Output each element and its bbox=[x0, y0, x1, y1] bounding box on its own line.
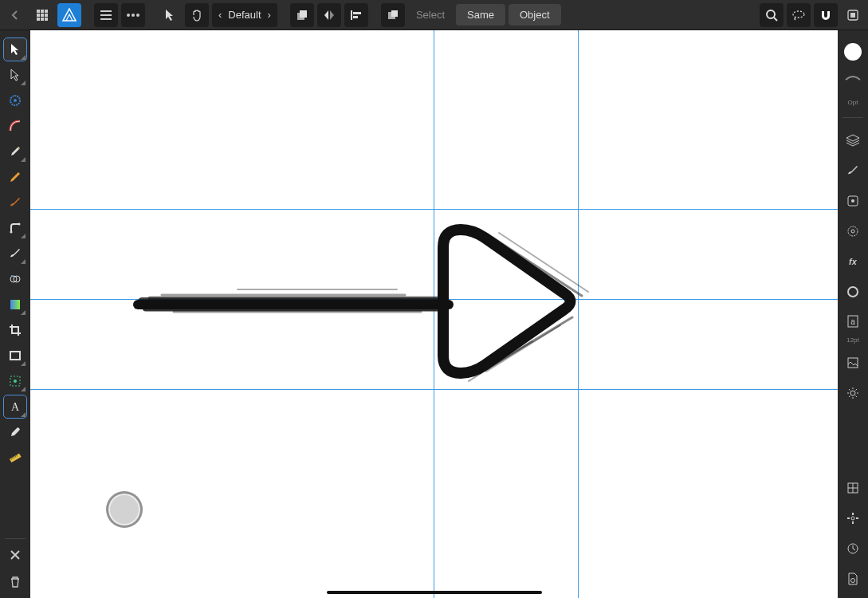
svg-rect-8 bbox=[45, 18, 48, 21]
guide-horizontal[interactable] bbox=[30, 299, 838, 300]
object-button[interactable]: Object bbox=[509, 4, 561, 26]
touch-modifier-control[interactable] bbox=[106, 491, 143, 528]
pencil-tool[interactable] bbox=[4, 166, 26, 188]
flip-icon bbox=[323, 9, 336, 22]
rectangle-tool[interactable] bbox=[4, 344, 26, 367]
guide-vertical[interactable] bbox=[434, 30, 434, 598]
smart-select-icon bbox=[9, 375, 22, 388]
svg-point-9 bbox=[127, 14, 130, 17]
paint-brush-tool[interactable] bbox=[4, 242, 26, 265]
trash-icon bbox=[10, 576, 21, 588]
arrow-cursor-icon bbox=[164, 9, 175, 22]
home-indicator[interactable] bbox=[327, 591, 542, 594]
shape-builder-icon bbox=[9, 273, 22, 285]
snapping-button[interactable] bbox=[814, 3, 838, 27]
assets-panel[interactable] bbox=[842, 352, 864, 374]
zoom-search-icon bbox=[765, 9, 778, 22]
node-cursor-icon bbox=[10, 69, 21, 81]
same-button[interactable]: Same bbox=[456, 4, 505, 26]
persona-next[interactable]: › bbox=[268, 9, 271, 21]
delete-button[interactable] bbox=[4, 571, 26, 593]
more-icon bbox=[127, 14, 139, 17]
affinity-icon bbox=[62, 8, 77, 22]
history-panel[interactable] bbox=[842, 537, 864, 560]
character-panel[interactable]: a bbox=[842, 311, 864, 333]
insert-target-button[interactable] bbox=[381, 3, 405, 27]
measure-tool[interactable] bbox=[4, 447, 26, 469]
font-size-label: 12pt bbox=[846, 336, 859, 344]
gallery-button[interactable] bbox=[30, 3, 54, 27]
color-well[interactable] bbox=[844, 43, 862, 61]
move-tool[interactable] bbox=[4, 38, 26, 61]
quickmenu-button[interactable] bbox=[841, 3, 865, 27]
svg-point-37 bbox=[848, 226, 858, 236]
app-persona-button[interactable] bbox=[57, 3, 81, 27]
persona-label: Default bbox=[228, 9, 261, 21]
paint-brush-icon bbox=[9, 247, 22, 260]
vector-brush-tool[interactable] bbox=[4, 191, 26, 214]
fx-icon: fx bbox=[849, 257, 857, 266]
node-tool[interactable] bbox=[4, 64, 26, 86]
shape-builder-tool[interactable] bbox=[4, 268, 26, 290]
crop-tool[interactable] bbox=[4, 319, 26, 341]
document-panel[interactable] bbox=[842, 568, 864, 590]
contour-tool[interactable] bbox=[4, 115, 26, 137]
persona-dropdown[interactable]: ‹ Default › bbox=[212, 3, 277, 27]
guide-horizontal[interactable] bbox=[30, 389, 838, 390]
stock-panel[interactable] bbox=[842, 220, 864, 242]
canvas[interactable] bbox=[30, 30, 838, 598]
gear-target-icon bbox=[9, 94, 22, 107]
svg-rect-7 bbox=[41, 18, 44, 21]
corner-tool[interactable] bbox=[4, 217, 26, 239]
smart-selection-tool[interactable] bbox=[4, 370, 26, 392]
contour-icon bbox=[9, 120, 22, 132]
transform-panel[interactable] bbox=[842, 477, 864, 499]
svg-point-11 bbox=[136, 14, 139, 17]
point-transform-tool[interactable] bbox=[4, 89, 26, 112]
text-tool[interactable]: A bbox=[4, 395, 26, 418]
navigator-icon bbox=[846, 512, 859, 525]
zoom-search-button[interactable] bbox=[760, 3, 784, 27]
document-menu-button[interactable] bbox=[94, 3, 118, 27]
deselect-button[interactable] bbox=[4, 544, 26, 566]
navigator-panel[interactable] bbox=[842, 507, 864, 529]
flip-button[interactable] bbox=[317, 3, 341, 27]
preview-mode-button[interactable] bbox=[787, 3, 811, 27]
crop-icon bbox=[9, 324, 22, 336]
svg-rect-30 bbox=[10, 352, 20, 360]
back-arrow-icon bbox=[10, 10, 21, 21]
pen-icon bbox=[9, 145, 22, 158]
svg-point-39 bbox=[848, 287, 858, 297]
left-tool-strip: A bbox=[0, 30, 30, 598]
brushes-panel[interactable] bbox=[842, 159, 864, 182]
pencil-icon bbox=[9, 171, 22, 183]
gradient-tool[interactable] bbox=[4, 293, 26, 316]
close-icon bbox=[10, 549, 21, 561]
align-button[interactable] bbox=[344, 3, 368, 27]
artwork-arrow-brush bbox=[118, 214, 612, 421]
color-picker-tool[interactable] bbox=[4, 421, 26, 443]
move-mode-button[interactable] bbox=[158, 3, 182, 27]
persona-prev[interactable]: ‹ bbox=[218, 9, 222, 21]
svg-point-23 bbox=[14, 99, 17, 102]
vector-brush-icon bbox=[9, 196, 22, 209]
guide-vertical[interactable] bbox=[578, 30, 579, 598]
pen-tool[interactable] bbox=[4, 140, 26, 163]
gradient-icon bbox=[9, 298, 22, 311]
settings-panel[interactable] bbox=[842, 382, 864, 404]
arrange-button[interactable] bbox=[290, 3, 314, 27]
adjustments-panel[interactable] bbox=[842, 190, 864, 212]
layers-panel[interactable] bbox=[842, 129, 864, 151]
adjustment-icon bbox=[846, 195, 859, 207]
layers-icon bbox=[846, 134, 860, 147]
insert-icon bbox=[387, 9, 399, 22]
pan-mode-button[interactable] bbox=[185, 3, 209, 27]
fx-panel[interactable]: fx bbox=[842, 250, 864, 273]
svg-rect-13 bbox=[300, 10, 307, 18]
svg-point-45 bbox=[851, 517, 854, 520]
swatches-panel[interactable] bbox=[842, 281, 864, 303]
back-button[interactable] bbox=[3, 3, 27, 27]
more-menu-button[interactable] bbox=[121, 3, 145, 27]
stroke-panel[interactable] bbox=[842, 69, 864, 91]
guide-horizontal[interactable] bbox=[30, 209, 838, 210]
